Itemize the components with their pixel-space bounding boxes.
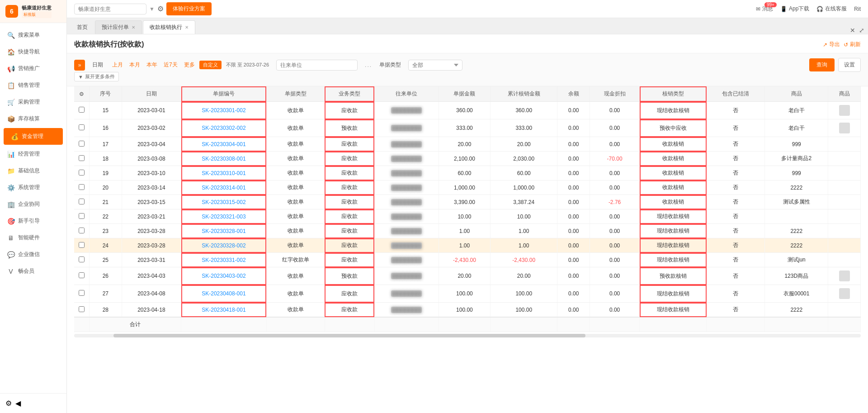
table-row[interactable]: 15 2023-03-01 SK-20230301-002 收款单 应收款 ██… [74,102,861,119]
receipt-type-select[interactable]: 全部 [408,60,462,71]
table-row[interactable]: 19 2023-03-10 SK-20230310-001 收款单 应收款 ██… [74,166,861,180]
cell-checkbox[interactable] [74,166,90,180]
doc-no-link[interactable]: SK-20230315-002 [202,199,245,205]
col-settings[interactable]: ⚙ [74,86,90,102]
tab-payable-close[interactable]: ✕ [132,25,135,30]
cell-checkbox[interactable] [74,195,90,209]
this-year-btn[interactable]: 本年 [145,60,159,70]
service-button[interactable]: 🎧 在线客服 [816,5,847,13]
sidebar-item-marketing[interactable]: 📢营销推广 [0,60,66,77]
table-row[interactable]: 18 2023-03-08 SK-20230308-001 收款单 应收款 ██… [74,152,861,166]
doc-no-link[interactable]: SK-20230314-001 [202,185,245,191]
prev-month-btn[interactable]: 上月 [110,60,125,70]
cell-no: 16 [90,119,122,137]
cell-product-img [828,152,861,166]
sidebar-item-sales[interactable]: 📋销售管理 [0,77,66,94]
cell-checkbox[interactable] [74,102,90,119]
settings-icon[interactable]: ⚙ [5,399,12,408]
doc-no-link[interactable]: SK-20230408-001 [202,290,245,297]
sidebar-item-member[interactable]: V畅会员 [0,263,66,280]
expand-more-button[interactable]: ▼ 展开更多条件 [74,72,119,81]
sidebar-item-finance[interactable]: 💰资金管理 [4,128,63,145]
sidebar-item-quick-nav[interactable]: 🏠快捷导航 [0,43,66,60]
cell-checkbox[interactable] [74,285,90,303]
custom-date-btn[interactable]: 自定义 [199,61,222,69]
table-row[interactable]: 24 2023-03-28 SK-20230328-002 收款单 应收款 ██… [74,238,861,253]
query-button[interactable]: 查询 [809,58,835,71]
cell-checkbox[interactable] [74,267,90,285]
this-month-btn[interactable]: 本月 [127,60,142,70]
doc-no-link[interactable]: SK-20230331-002 [202,257,245,263]
cell-checkbox[interactable] [74,253,90,267]
tab-collection-close[interactable]: ✕ [185,25,189,30]
table-row[interactable]: 16 2023-03-02 SK-20230302-002 收款单 预收款 ██… [74,119,861,137]
cell-checkbox[interactable] [74,119,90,137]
table-row[interactable]: 17 2023-03-04 SK-20230304-001 收款单 应收款 ██… [74,137,861,152]
sidebar-item-hardware[interactable]: 🖥智能硬件 [0,229,66,246]
sidebar-item-guide[interactable]: 🎯新手引导 [0,213,66,229]
settings-button[interactable]: 设置 [838,58,861,72]
doc-no-link[interactable]: SK-20230328-002 [202,242,245,249]
horizontal-scrollbar[interactable] [74,334,861,337]
doc-no-link[interactable]: SK-20230302-002 [202,125,245,131]
sidebar-item-wechat[interactable]: 💬企业微信 [0,246,66,263]
table-container[interactable]: ⚙ 序号 日期 单据编号 单据类型 业务类型 往来单位 单据金额 累计核销金额 … [67,86,868,413]
last-7days-btn[interactable]: 近7天 [162,60,179,70]
table-row[interactable]: 22 2023-03-21 SK-20230321-003 收款单 应收款 ██… [74,209,861,224]
sidebar-item-purchase[interactable]: 🛒采购管理 [0,94,66,110]
export-button[interactable]: ↗ 导出 [823,41,840,48]
cell-checkbox[interactable] [74,303,90,318]
counterparty-input[interactable] [276,60,358,71]
sidebar-item-enterprise[interactable]: 🏢企业协同 [0,196,66,213]
app-download-button[interactable]: 📱 App下载 [780,5,809,13]
table-row[interactable]: 27 2023-04-08 SK-20230408-001 收款单 应收款 ██… [74,285,861,303]
table-row[interactable]: 21 2023-03-15 SK-20230315-002 收款单 应收款 ██… [74,195,861,209]
collapse-icon[interactable]: ◀ [15,399,21,408]
table-row[interactable]: 28 2023-04-18 SK-20230418-001 收款单 应收款 ██… [74,303,861,318]
table-row[interactable]: 23 2023-03-28 SK-20230328-001 收款单 应收款 ██… [74,224,861,238]
tab-collection[interactable]: 收款核销执行 ✕ [143,20,195,34]
filter-toggle-button[interactable]: » [74,60,85,71]
doc-no-link[interactable]: SK-20230321-003 [202,214,245,220]
doc-no-link[interactable]: SK-20230418-001 [202,307,245,313]
cell-checkbox[interactable] [74,224,90,238]
table-row[interactable]: 25 2023-03-31 SK-20230331-002 红字收款单 应收款 … [74,253,861,267]
table-row[interactable]: 20 2023-03-14 SK-20230314-001 收款单 应收款 ██… [74,180,861,195]
cell-checkbox[interactable] [74,137,90,152]
doc-no-link[interactable]: SK-20230301-002 [202,107,245,114]
cell-cash-discount: 0.00 [590,137,640,152]
more-filter-dots[interactable]: ... [365,62,372,68]
solution-button[interactable]: 体验行业方案 [166,2,212,15]
cell-doc-no: SK-20230304-001 [181,137,267,152]
cell-checkbox[interactable] [74,152,90,166]
sidebar-bottom[interactable]: ⚙ ◀ [0,393,66,413]
cell-checkbox[interactable] [74,180,90,195]
brand-search-input[interactable] [74,4,146,14]
cell-cumulative: 360.00 [491,102,557,119]
brand-dropdown-icon[interactable]: ▼ [149,6,155,12]
sidebar-item-basic[interactable]: 📁基础信息 [0,162,66,179]
doc-no-link[interactable]: SK-20230308-001 [202,156,245,162]
sidebar-item-operation[interactable]: 📊经营管理 [0,146,66,162]
doc-no-link[interactable]: SK-20230328-001 [202,228,245,234]
user-name[interactable]: Rit [854,6,861,12]
doc-no-link[interactable]: SK-20230310-001 [202,170,245,176]
tab-close-all-icon[interactable]: ✕ [850,27,855,34]
topbar-gear-icon[interactable]: ⚙ [157,5,164,13]
cell-checkbox[interactable] [74,238,90,253]
messages-button[interactable]: ✉ 消息 99+ [756,5,773,13]
tab-home[interactable]: 首页 [71,21,94,34]
column-settings-icon[interactable]: ⚙ [79,91,84,97]
tab-expand-icon[interactable]: ⤢ [859,27,864,34]
doc-no-link[interactable]: SK-20230403-002 [202,273,245,279]
table-row[interactable]: 26 2023-04-03 SK-20230403-002 收款单 预收款 ██… [74,267,861,285]
sidebar-item-inventory[interactable]: 📦库存核算 [0,110,66,127]
cell-checkbox[interactable] [74,209,90,224]
tab-payable[interactable]: 预计应付单 ✕ [95,20,142,34]
doc-no-link[interactable]: SK-20230304-001 [202,141,245,147]
scrollbar-thumb[interactable] [113,334,585,337]
more-date-btn[interactable]: 更多 [182,60,197,70]
sidebar-item-system[interactable]: ⚙️系统管理 [0,179,66,196]
sidebar-item-search[interactable]: 🔍搜索菜单 [0,27,66,43]
refresh-button[interactable]: ↺ 刷新 [844,41,861,48]
